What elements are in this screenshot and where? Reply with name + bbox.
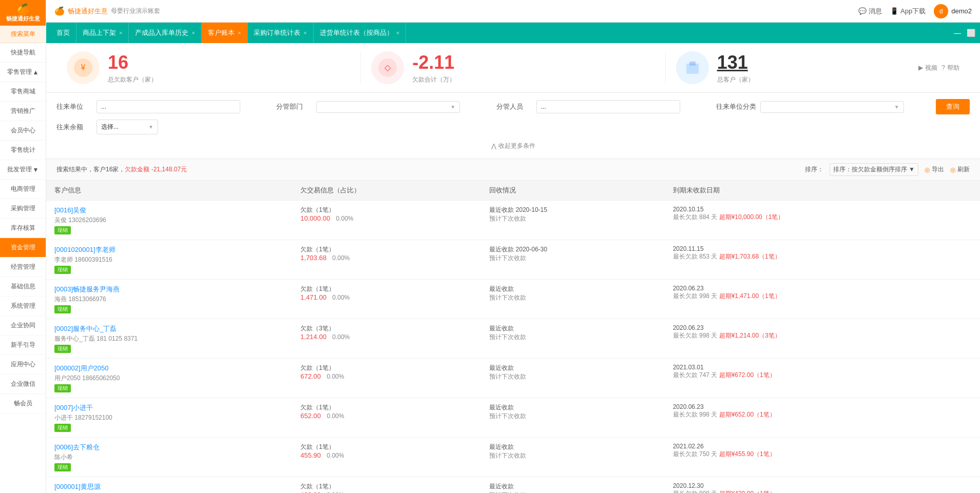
recent-collection-3: 最近收款	[489, 324, 656, 333]
owe-count-7: 欠款（1笔）	[300, 482, 473, 491]
tab-close-2[interactable]: ×	[191, 30, 195, 36]
customer-name-3[interactable]: [0002]服务中心_丁磊	[54, 324, 284, 333]
stat-icon-2: ◇	[371, 51, 404, 84]
cell-owe-1: 欠款（1笔） 1,703.68 0.00%	[292, 240, 481, 280]
app-download-btn[interactable]: 📱 App下载	[890, 7, 926, 16]
stat-label-1: 总欠款客户（家）	[108, 75, 157, 84]
sidebar-search-menu[interactable]: 搜索菜单	[0, 26, 46, 43]
owe-amount-7: 429.00	[300, 491, 321, 493]
tab-close-5[interactable]: ×	[396, 30, 399, 36]
source-unit-input[interactable]: ...	[97, 100, 240, 113]
recent-collection-2: 最近收款	[489, 285, 656, 293]
sidebar-item-operations[interactable]: 经营管理	[0, 258, 46, 277]
table-head: 客户信息 欠交易信息（占比） 回收情况 到期未收款日期	[46, 181, 980, 201]
owe-pct-1: 0.00%	[332, 254, 350, 262]
sidebar-item-member[interactable]: 会员中心	[0, 121, 46, 141]
cell-customer-6: [0006]去下粮仓 陈小希 现销	[46, 438, 292, 477]
tab-close-4[interactable]: ×	[303, 30, 306, 36]
sidebar-item-marketing[interactable]: 营销推广	[0, 102, 46, 121]
recent-label-6: 最近收款	[489, 443, 514, 450]
cell-due-6: 2021.02.26 最长欠款 750 天 超期¥455.90（1笔）	[665, 438, 980, 477]
owe-count-4: 欠款（1笔）	[300, 364, 473, 372]
recent-collection-5: 最近收款	[489, 403, 656, 412]
sidebar-item-guide[interactable]: 新手引导	[0, 336, 46, 355]
overdue-link-0[interactable]: 超期¥10,000.00（1笔）	[719, 213, 784, 221]
unit-category-select[interactable]: ▼	[760, 101, 904, 113]
tab-product-listing[interactable]: 商品上下架 ×	[76, 23, 129, 43]
export-btn[interactable]: ◎ 导出	[925, 165, 944, 174]
owe-amount-row-4: 672.00 0.00%	[300, 372, 473, 380]
tab-close-3[interactable]: ×	[238, 30, 241, 36]
customer-name-7[interactable]: [000001]黄思源	[54, 482, 284, 491]
sidebar-item-purchase[interactable]: 采购管理	[0, 199, 46, 219]
manager-input[interactable]: ...	[536, 100, 680, 113]
sidebar-item-retail-mall[interactable]: 零售商城	[0, 82, 46, 102]
sidebar-item-finance[interactable]: 资金管理	[0, 238, 46, 258]
tab-purchase-by-product[interactable]: 进货单统计表（按商品） ×	[314, 23, 406, 43]
sidebar-item-basic-info[interactable]: 基础信息	[0, 277, 46, 297]
sidebar-item-ecommerce[interactable]: 电商管理	[0, 180, 46, 199]
overdue-link-4[interactable]: 超期¥672.00（1笔）	[719, 371, 776, 379]
sidebar-item-batch-mgmt[interactable]: 批发管理 ▼	[0, 160, 46, 180]
customer-name-4[interactable]: [000002]用户2050	[54, 364, 284, 373]
user-avatar-area[interactable]: d demo2	[934, 4, 972, 18]
max-days-7: 最长欠款 808 天 超期¥429.00（1笔）	[673, 489, 972, 493]
refresh-btn[interactable]: ◎ 刷新	[950, 165, 970, 174]
recent-label-1: 最近收款	[489, 246, 514, 253]
overdue-link-1[interactable]: 超期¥1,703.68（1笔）	[719, 253, 781, 260]
stat-card-3-actions: ▶ 视频 ? 帮助	[918, 64, 959, 72]
tab-purchase-stats[interactable]: 采购订单统计表 ×	[247, 23, 313, 43]
sidebar-item-vip[interactable]: 畅会员	[0, 394, 46, 413]
owe-amount-0: 10,000.00	[300, 214, 330, 222]
due-date-4: 2021.03.01	[673, 364, 972, 371]
due-date-1: 2020.11.15	[673, 245, 972, 252]
minimize-btn[interactable]: —	[952, 28, 963, 38]
tab-close-1[interactable]: ×	[119, 30, 122, 36]
help-btn[interactable]: ? 帮助	[941, 64, 959, 72]
customer-badge-0: 现销	[54, 226, 71, 234]
overdue-link-6[interactable]: 超期¥455.90（1笔）	[719, 450, 776, 458]
sidebar-item-system[interactable]: 系统管理	[0, 297, 46, 316]
video-btn[interactable]: ▶ 视频	[918, 64, 937, 72]
max-days-1: 最长欠款 853 天 超期¥1,703.68（1笔）	[673, 252, 972, 261]
customer-name-2[interactable]: [0003]畅捷服务尹海燕	[54, 285, 284, 294]
stat-number-1: 16	[108, 52, 157, 73]
search-button[interactable]: 查询	[936, 99, 970, 114]
sidebar-item-enterprise[interactable]: 企业协同	[0, 316, 46, 336]
tab-home[interactable]: 首页	[50, 23, 76, 43]
stat-card-total-customers: 131 总客户（家） ▶ 视频 ? 帮助	[666, 51, 970, 84]
sidebar-item-inventory[interactable]: 库存核算	[0, 219, 46, 238]
customer-name-6[interactable]: [0006]去下粮仓	[54, 443, 284, 452]
tab-production-history[interactable]: 产成品入库单历史 ×	[129, 23, 201, 43]
main-content: ¥ 16 总欠款客户（家） ◇	[46, 43, 980, 493]
col-recovery: 回收情况	[481, 181, 664, 201]
overdue-link-2[interactable]: 超期¥1,471.00（1笔）	[719, 292, 781, 300]
stat-label-2: 欠款合计（万）	[412, 75, 455, 84]
balance-select[interactable]: 选择... ▼	[97, 120, 158, 134]
tab-customer-account[interactable]: 客户账本 ×	[202, 23, 247, 43]
video-icon: ▶	[918, 64, 923, 71]
sidebar-item-quick-nav[interactable]: 快捷导航	[0, 43, 46, 63]
filter-collapse-btn[interactable]: ⋀ 收起更多条件	[56, 140, 970, 152]
message-btn[interactable]: 💬 消息	[858, 7, 882, 16]
sidebar-item-corp-wx[interactable]: 企业微信	[0, 374, 46, 394]
maximize-btn[interactable]: ⬜	[966, 28, 976, 38]
sort-select[interactable]: 排序：按欠款金额倒序排序 ▼	[830, 163, 918, 176]
cell-recovery-2: 最近收款 预计下次收款	[481, 280, 664, 319]
owe-amount-row-2: 1,471.00 0.00%	[300, 293, 473, 301]
customer-name-5[interactable]: [0007]小进干	[54, 403, 284, 412]
overdue-link-5[interactable]: 超期¥652.00（1笔）	[719, 411, 776, 418]
customer-badge-1: 现销	[54, 266, 71, 274]
sidebar-item-retail-stats[interactable]: 零售统计	[0, 141, 46, 160]
owe-amount-4: 672.00	[300, 372, 321, 380]
sidebar-item-retail-mgmt[interactable]: 零售管理 ▲	[0, 63, 46, 82]
sidebar-item-apps[interactable]: 应用中心	[0, 355, 46, 374]
dept-select[interactable]: ▼	[316, 101, 460, 113]
customer-sub-3: 服务中心_丁磊 181 0125 8371	[54, 334, 284, 343]
overdue-link-3[interactable]: 超期¥1,214.00（3笔）	[719, 332, 781, 339]
table-row: [000002]用户2050 用户2050 18665062050 现销 欠款（…	[46, 359, 980, 398]
due-date-3: 2020.06.23	[673, 324, 972, 331]
overdue-link-7[interactable]: 超期¥429.00（1笔）	[719, 490, 776, 493]
customer-name-1[interactable]: [0001020001]李老师	[54, 245, 284, 254]
customer-name-0[interactable]: [0016]吴俊	[54, 206, 284, 215]
